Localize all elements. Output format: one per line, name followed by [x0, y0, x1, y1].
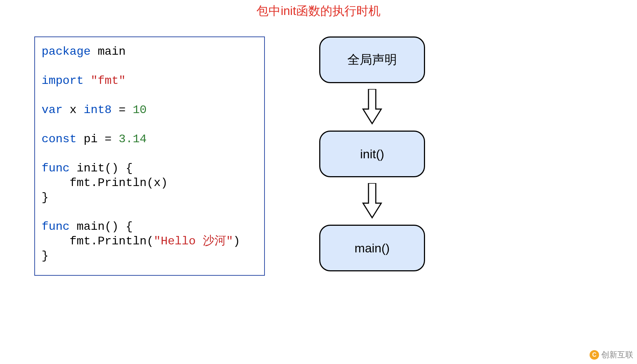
- const-name: pi =: [77, 132, 119, 146]
- keyword-const: const: [42, 132, 77, 146]
- flow-node-label: init(): [360, 147, 384, 161]
- code-text: main: [90, 45, 126, 58]
- keyword-var: var: [42, 103, 63, 117]
- func-signature: init() {: [70, 162, 133, 175]
- number-literal: 3.14: [119, 132, 147, 146]
- func-signature: main() {: [70, 220, 133, 233]
- flow-node-init: init(): [319, 131, 425, 177]
- code-body: fmt.Println(x): [42, 176, 168, 190]
- code-block: package main import "fmt" var x int8 = 1…: [34, 36, 265, 276]
- brace-close: }: [42, 191, 49, 204]
- code-body: ): [233, 235, 240, 248]
- code-text: =: [112, 103, 133, 117]
- brace-close: }: [42, 249, 49, 263]
- string-literal: "Hello 沙河": [154, 235, 233, 248]
- var-name: x: [63, 103, 84, 117]
- flow-node-label: main(): [355, 241, 390, 255]
- watermark-text: 创新互联: [601, 349, 633, 360]
- type-int8: int8: [84, 103, 112, 117]
- string-literal: "fmt": [90, 74, 126, 88]
- flow-diagram: 全局声明 init() main(): [317, 36, 427, 271]
- keyword-func: func: [42, 220, 70, 233]
- diagram-title: 包中init函数的执行时机: [0, 3, 637, 19]
- arrow-down-icon: [361, 183, 383, 220]
- code-body: fmt.Println(: [42, 235, 154, 248]
- flow-node-global: 全局声明: [319, 36, 425, 83]
- arrow-down-icon: [361, 89, 383, 125]
- watermark-logo-icon: C: [590, 350, 599, 360]
- keyword-package: package: [42, 45, 90, 58]
- watermark: C 创新互联: [590, 349, 633, 360]
- number-literal: 10: [133, 103, 147, 117]
- flow-node-label: 全局声明: [347, 51, 397, 68]
- keyword-func: func: [42, 162, 70, 175]
- flow-node-main: main(): [319, 225, 425, 271]
- keyword-import: import: [42, 74, 84, 88]
